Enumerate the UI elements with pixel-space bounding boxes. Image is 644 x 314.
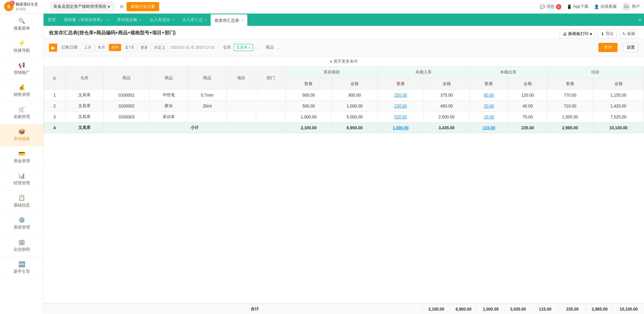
subtotal-row: 4 文具库 小计 2,100.00 6,900.00 1,000.00 3,43… [44,122,644,133]
subtotal-open-amt: 6,900.00 [332,122,378,133]
subtotal-in-amt: 3,435.00 [424,122,469,133]
message-badge: 6 [556,4,561,10]
tab-in-out-summary-label: 出入库汇总 [182,17,203,23]
message-item[interactable]: 💬 消息 6 [540,4,561,10]
th-opening-group: 库存期初 [286,67,378,78]
avatar-initials: Ea [624,5,628,9]
date-btn-last-month[interactable]: 上月 [82,44,94,51]
cell-spec-2: 20ml [188,101,227,112]
sidebar-item-operations[interactable]: 📊 经营管理 [0,168,43,191]
warehouse-more[interactable]: ... [254,46,258,50]
cell-bal-qty-2: 710.00 [547,101,593,112]
app-download-item[interactable]: 📱 App下载 [567,4,589,10]
cell-open-amt-2: 1,000.00 [332,101,378,112]
product-filter: 商品 ... [266,45,280,50]
warehouse-tag-close[interactable]: × [249,46,251,50]
cell-project-3 [227,112,256,122]
tab-receipt-summary[interactable]: 收发存汇总表 × [211,14,247,27]
table-settings-icon[interactable]: ⚙ [52,76,57,81]
quicknav-icon: ⚡ [18,40,25,46]
cell-in-qty-1[interactable]: 250.00 [378,90,424,101]
date-btn-this-year[interactable]: 本年 [109,44,121,51]
subtotal-in-qty[interactable]: 1,000.00 [378,122,424,133]
sidebar-item-search[interactable]: 🔍 搜索菜单 [0,14,43,36]
tab-batch-ledger[interactable]: 库存批次账 × [113,14,146,26]
system-name: 装备及固定资产辅助管理系统 [53,4,106,10]
subtotal-label: 小计 [104,122,286,133]
cell-dept-1 [256,90,286,101]
footer-label: 合计 [87,306,423,312]
page-content: 收发存汇总表(按仓库+商品编码+商品+规格型号+项目+部门) 🖨 换模板打印 ▾… [44,26,644,314]
sidebar-item-enterprise[interactable]: 🏢 企业协同 [0,235,43,257]
tab-receipt-summary-close[interactable]: × [241,19,243,22]
cell-code-1: 0100001 [104,90,150,101]
date-btn-custom[interactable]: 自定义 [152,44,168,51]
sidebar-item-basic[interactable]: 📋 基础信息 [0,191,43,213]
cell-in-qty-2[interactable]: 230.00 [378,101,424,112]
cell-out-qty-1[interactable]: 80.00 [469,90,508,101]
cell-spec-3 [188,112,227,122]
sidebar-item-sales[interactable]: 💰 销售管理 [0,80,43,102]
query-button[interactable]: 查询 [598,43,617,52]
date-btn-more[interactable]: 更多 [138,44,150,51]
date-btn-this-month[interactable]: 本月 [95,44,108,51]
th-in-amt: 金额 [424,78,469,90]
sidebar-label-sales: 销售管理 [14,92,30,98]
cell-dept-3 [256,112,286,122]
refresh-button[interactable]: ↻ 刷新 [620,29,639,38]
template-print-button[interactable]: 🖨 换模板打印 ▾ [560,29,595,38]
purchase-icon: 🛒 [18,106,25,113]
user-item[interactable]: Ea 用户 [622,3,640,11]
logo-icon: 6 6 [4,2,14,11]
tab-in-out-summary[interactable]: 出入库汇总 × [178,14,211,26]
main-content: 首页 现存量（库存分布表） × 库存批次账 × 出入库流水 × 出入库汇总 × … [44,14,644,314]
service-icon: 👤 [594,4,599,9]
sidebar-item-inventory[interactable]: 📦 库存核算 [0,124,43,146]
sidebar-item-guide[interactable]: 🆕 新手引导 [0,257,43,279]
tab-bar-close[interactable]: × [639,17,641,22]
tab-in-out-flow-close[interactable]: × [172,18,174,22]
tab-home[interactable]: 首页 [44,14,60,26]
guide-icon: 🆕 [18,261,25,267]
sidebar-label-inventory: 库存核算 [14,136,30,142]
sidebar-item-quick-nav[interactable]: ⚡ 快捷导航 [0,36,43,58]
footer-out-amt: 235.00 [559,307,586,312]
search-icon: 🔍 [18,18,25,24]
warehouse-label: 仓库 [223,45,231,50]
sidebar-item-system[interactable]: ⚙️ 系统管理 [0,213,43,235]
product-more[interactable]: ... [277,46,280,50]
tab-inventory-dist-close[interactable]: × [107,18,109,22]
sidebar-item-finance[interactable]: 💳 资金管理 [0,146,43,168]
tab-in-out-summary-close[interactable]: × [205,18,207,22]
filter-settings-button[interactable]: 设置 [623,43,639,52]
tab-inventory-dist[interactable]: 现存量（库存分布表） × [60,14,113,26]
sidebar-item-marketing[interactable]: 📢 营销推广 [0,58,43,80]
logo-badge: 6 [10,1,15,5]
sidebar-label-quicknav: 快捷导航 [14,48,30,53]
expand-more[interactable]: ▾ 展开更多条件 [44,56,644,66]
online-service-item[interactable]: 👤 在线客服 [594,4,617,10]
refresh-label: 刷新 [627,31,635,37]
cell-out-qty-3[interactable]: 15.00 [469,112,508,122]
cell-out-qty-2[interactable]: 20.00 [469,101,508,112]
filter-toggle[interactable]: ▶ [49,44,57,52]
tab-batch-ledger-close[interactable]: × [139,18,142,22]
experience-button[interactable]: 体验行业方案 [127,2,159,11]
subtotal-out-qty[interactable]: 115.00 [469,122,508,133]
system-selector[interactable]: 装备及固定资产辅助管理系统 ▾ [50,2,114,11]
expand-icon: ▾ [330,59,332,64]
export-button[interactable]: ⬇ 导出 [598,29,617,38]
th-product-spec: 商品 [188,67,227,90]
data-table: ⚙ 仓库 商品 商品 商品 项目 部门 库存期初 本期入库 本期出库 结存 [44,66,644,133]
cell-in-qty-3[interactable]: 520.00 [378,112,424,122]
cell-out-amt-1: 120.00 [508,90,547,101]
footer-in-amt: 3,435.00 [505,307,532,312]
sidebar-label-purchase: 采购管理 [14,114,30,120]
inventory-icon: 📦 [18,128,25,135]
th-product-code: 商品 [104,67,150,90]
settings-icon[interactable]: ⚙ [120,4,124,9]
tab-in-out-flow[interactable]: 出入库流水 × [146,14,178,26]
table-settings-th: ⚙ [44,67,66,90]
sidebar-item-purchase[interactable]: 🛒 采购管理 [0,102,43,124]
date-btn-7days[interactable]: 近7天 [122,44,137,51]
